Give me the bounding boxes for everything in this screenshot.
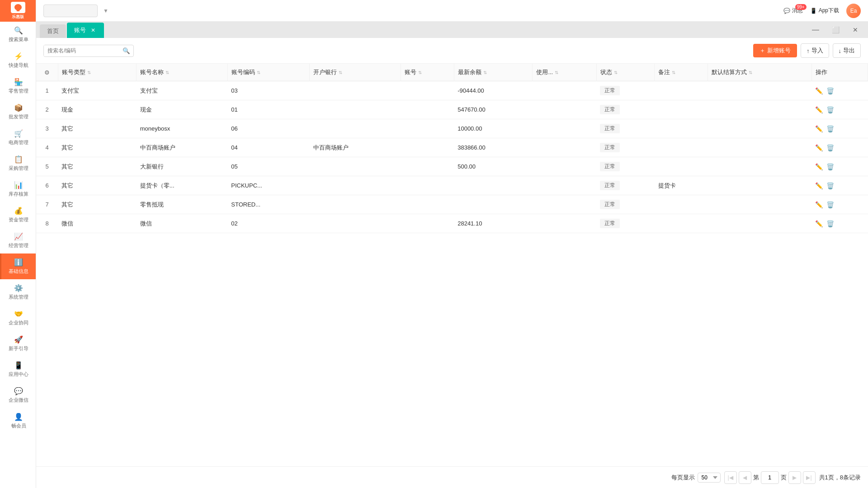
wechat-icon: 💬 xyxy=(14,387,23,395)
edit-icon[interactable]: ✏️ xyxy=(815,106,823,113)
export-button[interactable]: ↓ 导出 xyxy=(833,43,861,58)
add-account-label: 新增账号 xyxy=(767,47,791,55)
edit-icon[interactable]: ✏️ xyxy=(815,220,823,227)
th-default-settlement[interactable]: 默认结算方式⇅ xyxy=(708,64,811,81)
sidebar-item-shortcuts[interactable]: ⚡ 快捷导航 xyxy=(0,47,36,73)
th-balance[interactable]: 最新余额⇅ xyxy=(454,64,533,81)
search-button[interactable]: 🔍 xyxy=(119,45,134,56)
th-name[interactable]: 账号名称⇅ xyxy=(137,64,228,81)
delete-icon[interactable]: 🗑️ xyxy=(826,125,834,132)
edit-icon[interactable]: ✏️ xyxy=(815,201,823,208)
sort-usage-icon: ⇅ xyxy=(555,70,558,75)
th-settings[interactable]: ⚙ xyxy=(36,64,58,81)
close-icon[interactable]: ✕ xyxy=(846,22,864,38)
delete-icon[interactable]: 🗑️ xyxy=(826,163,834,170)
edit-icon[interactable]: ✏️ xyxy=(815,125,823,132)
th-status[interactable]: 状态⇅ xyxy=(596,64,655,81)
delete-icon[interactable]: 🗑️ xyxy=(826,144,834,151)
sidebar-item-basics-label: 基础信息 xyxy=(9,268,28,275)
app-download-button[interactable]: 📱 App下载 xyxy=(810,7,839,14)
collab-icon: 🤝 xyxy=(14,310,23,318)
th-usage[interactable]: 使用...⇅ xyxy=(533,64,596,81)
cell-code: 03 xyxy=(227,81,309,100)
minimize-icon[interactable]: — xyxy=(807,22,825,38)
cell-balance xyxy=(454,195,533,214)
shortcuts-icon: ⚡ xyxy=(14,52,23,61)
status-badge: 正常 xyxy=(600,86,620,95)
sidebar-item-wholesale[interactable]: 📦 批发管理 xyxy=(0,99,36,125)
prev-page-button[interactable]: ◀ xyxy=(739,471,751,484)
th-account[interactable]: 账号⇅ xyxy=(401,64,454,81)
edit-icon[interactable]: ✏️ xyxy=(815,144,823,151)
th-bank[interactable]: 开户银行⇅ xyxy=(310,64,401,81)
tab-account[interactable]: 账号 ✕ xyxy=(67,23,104,38)
delete-icon[interactable]: 🗑️ xyxy=(826,220,834,227)
last-page-button[interactable]: ▶| xyxy=(803,471,816,484)
sort-settlement-icon: ⇅ xyxy=(749,70,752,75)
sidebar-item-appcenter[interactable]: 📱 应用中心 xyxy=(0,357,36,382)
sidebar-item-search[interactable]: 🔍 搜索菜单 xyxy=(0,22,36,47)
delete-icon[interactable]: 🗑️ xyxy=(826,182,834,189)
delete-icon[interactable]: 🗑️ xyxy=(826,106,834,113)
edit-icon[interactable]: ✏️ xyxy=(815,163,823,170)
account-search-input[interactable] xyxy=(44,45,119,56)
sidebar-item-system[interactable]: ⚙️ 系统管理 xyxy=(0,279,36,305)
cell-action: ✏️ 🗑️ xyxy=(811,81,868,100)
import-button[interactable]: ↑ 导入 xyxy=(801,43,829,58)
cell-usage xyxy=(533,157,596,176)
edit-icon[interactable]: ✏️ xyxy=(815,87,823,94)
sidebar-item-retail[interactable]: 🏪 零售管理 xyxy=(0,73,36,99)
cell-action: ✏️ 🗑️ xyxy=(811,119,868,138)
cell-status: 正常 xyxy=(596,157,655,176)
column-settings-icon[interactable]: ⚙ xyxy=(44,69,50,76)
cell-name: 大新银行 xyxy=(137,157,228,176)
cell-account xyxy=(401,195,454,214)
table-container: ⚙ 账号类型⇅ 账号名称⇅ 账号编码⇅ 开户银行⇅ xyxy=(36,64,868,466)
tab-home[interactable]: 首页 xyxy=(40,24,66,38)
cell-balance xyxy=(454,176,533,195)
topbar-search-input[interactable] xyxy=(43,5,98,17)
sidebar-item-operations[interactable]: 📈 经营管理 xyxy=(0,228,36,253)
delete-icon[interactable]: 🗑️ xyxy=(826,87,834,94)
member-icon: 👤 xyxy=(14,413,23,421)
sidebar-item-purchase-label: 采购管理 xyxy=(9,165,28,172)
sidebar-item-ecommerce[interactable]: 🛒 电商管理 xyxy=(0,125,36,150)
tab-account-close-icon[interactable]: ✕ xyxy=(90,27,97,34)
first-page-button[interactable]: |◀ xyxy=(724,471,737,484)
th-code[interactable]: 账号编码⇅ xyxy=(227,64,309,81)
logo-icon xyxy=(11,2,25,13)
status-badge: 正常 xyxy=(600,181,620,190)
sidebar-item-purchase[interactable]: 📋 采购管理 xyxy=(0,150,36,176)
cell-bank xyxy=(310,81,401,100)
message-button[interactable]: 💬 消息 99+ xyxy=(783,7,803,14)
th-note[interactable]: 备注⇅ xyxy=(655,64,708,81)
sidebar-item-basics[interactable]: ℹ️ 基础信息 xyxy=(0,253,36,279)
action-icons: ✏️ 🗑️ xyxy=(815,106,864,113)
sidebar-item-inventory[interactable]: 📊 库存核算 xyxy=(0,176,36,202)
sidebar-item-member[interactable]: 👤 畅会员 xyxy=(0,408,36,434)
cell-default-settlement xyxy=(708,176,811,195)
app-logo: 乐惠版 xyxy=(0,0,36,22)
sidebar-item-collab[interactable]: 🤝 企业协同 xyxy=(0,305,36,331)
retail-icon: 🏪 xyxy=(14,78,23,86)
th-type[interactable]: 账号类型⇅ xyxy=(58,64,137,81)
action-icons: ✏️ 🗑️ xyxy=(815,220,864,227)
sidebar-item-wechat[interactable]: 💬 企业微信 xyxy=(0,382,36,408)
delete-icon[interactable]: 🗑️ xyxy=(826,201,834,208)
next-page-button[interactable]: ▶ xyxy=(788,471,801,484)
edit-icon[interactable]: ✏️ xyxy=(815,182,823,189)
maximize-icon[interactable]: ⬜ xyxy=(826,22,844,38)
topbar-right: 💬 消息 99+ 📱 App下载 Ea xyxy=(783,4,861,18)
sidebar-item-finance[interactable]: 💰 资金管理 xyxy=(0,202,36,228)
sidebar-item-guide[interactable]: 🚀 新手引导 xyxy=(0,331,36,357)
cell-usage xyxy=(533,138,596,157)
add-account-button[interactable]: ＋ 新增账号 xyxy=(753,44,797,57)
cell-status: 正常 xyxy=(596,195,655,214)
svg-rect-0 xyxy=(16,9,20,10)
page-size-select[interactable]: 50 100 200 xyxy=(698,473,721,483)
page-number-input[interactable] xyxy=(761,471,779,484)
cell-bank xyxy=(310,195,401,214)
import-icon: ↑ xyxy=(807,47,810,54)
page-size-label: 每页显示 xyxy=(671,474,695,482)
avatar[interactable]: Ea xyxy=(846,4,861,18)
